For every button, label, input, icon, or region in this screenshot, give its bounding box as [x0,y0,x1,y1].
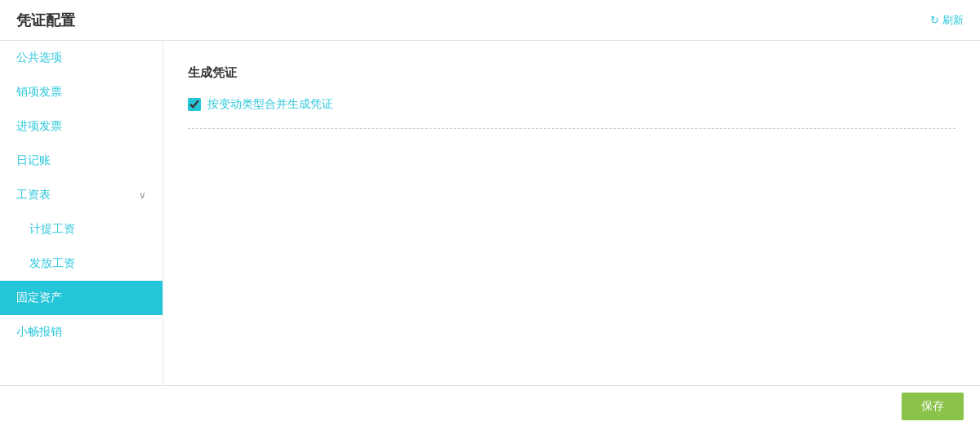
section-divider [188,128,956,129]
refresh-label: 刷新 [942,13,964,28]
merge-voucher-checkbox[interactable] [188,98,201,111]
sidebar-label-fixed-assets: 固定资产 [16,291,62,305]
main-content: 生成凭证 按变动类型合并生成凭证 [163,41,980,385]
sidebar-label-payroll-accrual: 计提工资 [29,222,75,237]
sidebar-item-purchase-invoice[interactable]: 进项发票 [0,109,163,144]
sidebar-label-payroll: 工资表 [16,188,51,202]
footer: 保存 [0,385,980,426]
sidebar-item-fixed-assets[interactable]: 固定资产 [0,281,163,315]
header: 凭证配置 ↻ 刷新 [0,0,980,41]
sidebar-label-payroll-distribute: 发放工资 [29,256,75,271]
sidebar-item-expense-report[interactable]: 小畅报销 [0,315,163,349]
refresh-button[interactable]: ↻ 刷新 [930,13,964,28]
refresh-icon: ↻ [930,14,939,26]
merge-voucher-label[interactable]: 按变动类型合并生成凭证 [207,97,333,112]
sidebar-item-public-options[interactable]: 公共选项 [0,41,163,75]
body: 公共选项销项发票进项发票日记账工资表∨计提工资发放工资固定资产小畅报销 生成凭证… [0,41,980,385]
sidebar-item-payroll-distribute[interactable]: 发放工资 [0,246,163,281]
sidebar-label-journal: 日记账 [16,153,51,168]
sidebar-item-payroll-accrual[interactable]: 计提工资 [0,212,163,246]
sidebar-label-purchase-invoice: 进项发票 [16,119,62,134]
page-wrapper: 凭证配置 ↻ 刷新 公共选项销项发票进项发票日记账工资表∨计提工资发放工资固定资… [0,0,980,426]
page-title: 凭证配置 [16,11,75,30]
sidebar-label-sales-invoice: 销项发票 [16,85,62,100]
sidebar-item-payroll[interactable]: 工资表∨ [0,178,163,212]
sidebar: 公共选项销项发票进项发票日记账工资表∨计提工资发放工资固定资产小畅报销 [0,41,163,385]
sidebar-item-journal[interactable]: 日记账 [0,144,163,178]
chevron-down-icon: ∨ [139,189,146,201]
sidebar-item-sales-invoice[interactable]: 销项发票 [0,75,163,109]
merge-voucher-row: 按变动类型合并生成凭证 [188,97,956,112]
save-button[interactable]: 保存 [902,393,964,420]
sidebar-label-public-options: 公共选项 [16,51,62,65]
section-title: 生成凭证 [188,65,956,81]
sidebar-label-expense-report: 小畅报销 [16,325,62,339]
